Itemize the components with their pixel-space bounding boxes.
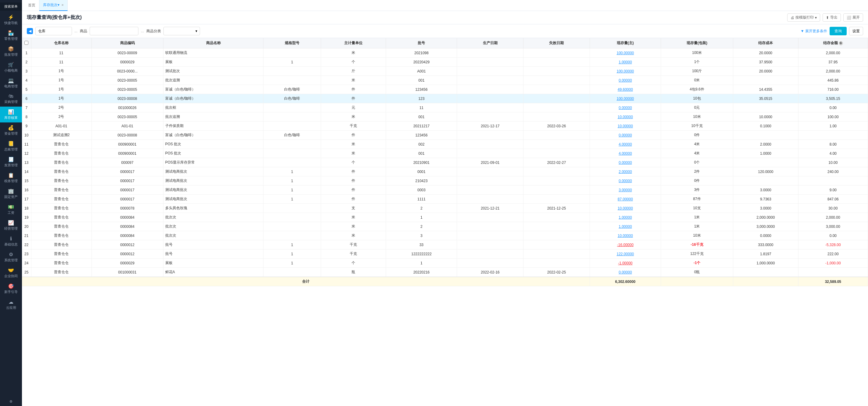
sidebar-item-shortcut[interactable]: ⚡ 快捷导航 (0, 12, 22, 28)
category-filter[interactable]: ▾ (163, 27, 200, 35)
row-qty-main[interactable]: -16.00000 (590, 240, 661, 249)
row-spec (264, 268, 321, 277)
row-qty-main[interactable]: 100.00000 (590, 67, 661, 76)
row-no: 25 (22, 268, 31, 277)
row-no: 6 (22, 94, 31, 103)
row-qty-main[interactable]: 10.00000 (590, 112, 661, 122)
select-all-checkbox[interactable] (24, 41, 28, 45)
row-qty-pkg: 0件 (661, 176, 733, 185)
row-qty-main[interactable]: -1.00000 (590, 259, 661, 268)
filter-more[interactable]: ▼ 展开更多条件 (801, 29, 827, 34)
row-warehouse: 普查仓仓 (31, 240, 91, 249)
ecommerce-icon: 💻 (1, 78, 21, 83)
row-unit: 件 (321, 85, 386, 94)
sidebar-logo[interactable]: 搜索菜单 (0, 2, 22, 11)
sidebar-item-assets[interactable]: 🏢 固定资产 (0, 186, 22, 202)
row-qty-main[interactable]: 4.00000 (590, 140, 661, 149)
sidebar-item-ops[interactable]: 📈 经营管理 (0, 217, 22, 233)
row-warehouse: 1号 (31, 76, 91, 85)
table-row: 21 普查仓仓 0000084 批次次 米 3 10.00000 10米 0.0… (22, 231, 868, 240)
row-cost: 0.0000 (733, 231, 798, 240)
row-qty-main[interactable]: 0.00000 (590, 131, 661, 140)
row-qty-main[interactable]: 49.60000 (590, 85, 661, 94)
warehouse-filter[interactable]: 仓库 (35, 27, 72, 35)
row-exp-date (524, 103, 590, 112)
tab-inventory-batch[interactable]: 库存批次▾ ✕ (39, 0, 68, 11)
tax-icon: 📋 (1, 172, 21, 178)
row-qty-main[interactable]: 0.00000 (590, 176, 661, 185)
row-batch: 2021098 (386, 48, 457, 58)
row-cost (733, 158, 798, 167)
row-cost (733, 76, 798, 85)
row-qty-main[interactable]: 0.00000 (590, 76, 661, 85)
row-qty-main[interactable]: 10.00000 (590, 231, 661, 240)
filter-expand-button[interactable]: ◀ (27, 28, 33, 34)
close-icon[interactable]: ✕ (61, 3, 64, 7)
row-qty-main[interactable]: 100.00000 (590, 48, 661, 58)
sidebar-item-base[interactable]: ℹ 基础信息 (0, 233, 22, 249)
row-qty-main[interactable]: 3.00000 (590, 185, 661, 195)
page-header: 现存量查询(按仓库+批次) 🖨 按模版打印 ▾ ⬆ 导出 ⬜ 展开 (22, 11, 868, 24)
row-prod-date (457, 176, 524, 185)
sidebar-item-ledger[interactable]: 📒 总账管理 (0, 138, 22, 154)
print-button[interactable]: 🖨 按模版打印 ▾ (787, 13, 820, 22)
col-name: 商品名称 (163, 38, 264, 48)
row-warehouse: 普查仓仓 (31, 167, 91, 176)
row-cost: 37.9500 (733, 58, 798, 67)
total-row: 合计 6,302.60000 32,589.05 (22, 277, 868, 286)
row-name: 批号 (163, 240, 264, 249)
sidebar-item-system[interactable]: ⚙ 系统管理 (0, 249, 22, 265)
row-qty-main[interactable]: 1.00000 (590, 213, 661, 222)
row-qty-main[interactable]: 10.00000 (590, 122, 661, 131)
sidebar-item-payroll[interactable]: 💵 工资 (0, 202, 22, 217)
row-spec (264, 140, 321, 149)
info-icon[interactable]: ① (839, 41, 843, 45)
sidebar-settings[interactable]: ⚙ (0, 397, 22, 406)
sidebar-item-retail[interactable]: 🏪 零售管理 (0, 28, 22, 43)
row-qty-main[interactable]: 87.00000 (590, 195, 661, 204)
column-settings-button[interactable]: 设置 (849, 27, 863, 35)
row-unit: 件 (321, 131, 386, 140)
table-row: 24 普查仓仓 0000029 展板 1 个 1 -1.00000 -1个 1,… (22, 259, 868, 268)
row-qty-main[interactable]: 2.00000 (590, 167, 661, 176)
row-code: 0000017 (91, 195, 163, 204)
row-unit: 斤 (321, 67, 386, 76)
row-warehouse: 普查仓仓 (31, 176, 91, 185)
sidebar-item-ecommerce[interactable]: 💻 电商管理 (0, 75, 22, 91)
row-warehouse: 1号 (31, 67, 91, 76)
table-row: 1 11 0023-00009 软联通用物流 米 2021098 100.000… (22, 48, 868, 58)
row-qty-main[interactable]: 10.00000 (590, 204, 661, 213)
row-prod-date (457, 240, 524, 249)
row-qty-main[interactable]: 100.00000 (590, 94, 661, 103)
row-qty-main[interactable]: 4.00000 (590, 149, 661, 158)
total-qty-pkg (661, 277, 733, 286)
filter-ellipsis-2: ... (141, 29, 144, 33)
sidebar-item-purchase[interactable]: 🛍 采购管理 (0, 91, 22, 107)
expand-button[interactable]: ⬜ 展开 (843, 13, 863, 22)
row-qty-main[interactable]: 1.00000 (590, 222, 661, 231)
sidebar-item-guide[interactable]: 🎯 新手引导 (0, 281, 22, 297)
sidebar-item-wholesale[interactable]: 📦 批发管理 (0, 43, 22, 59)
row-qty-main[interactable]: 1.00000 (590, 58, 661, 67)
sidebar-item-finance[interactable]: 💰 资金管理 (0, 123, 22, 138)
sidebar-item-invoice[interactable]: 🧾 发票管理 (0, 154, 22, 170)
sidebar-item-collab[interactable]: 🤝 企业协同 (0, 265, 22, 281)
tab-home[interactable]: 首页 (24, 0, 39, 11)
row-cost: 333.0000 (733, 240, 798, 249)
goods-filter-input[interactable] (90, 27, 138, 35)
row-qty-main[interactable]: 122.00000 (590, 249, 661, 259)
row-unit: 件 (321, 176, 386, 185)
export-button[interactable]: ⬆ 导出 (823, 13, 841, 22)
row-qty-main[interactable]: 0.00000 (590, 158, 661, 167)
sidebar-item-tax[interactable]: 📋 税务管理 (0, 170, 22, 186)
row-prod-date (457, 231, 524, 240)
row-exp-date (524, 222, 590, 231)
sidebar-item-ecommerce-small[interactable]: 🛒 小额电商 (0, 59, 22, 75)
sidebar-item-inventory[interactable]: 📊 库存核算 (0, 107, 22, 123)
table-row: 6 1号 0023-00008 富诚（白色/咖啡） 白色/咖啡 件 123 10… (22, 94, 868, 103)
row-qty-main[interactable]: 0.00000 (590, 103, 661, 112)
row-qty-main[interactable]: 0.00000 (590, 268, 661, 277)
sidebar-item-cloud[interactable]: ☁ 云应用 (0, 297, 22, 312)
search-button[interactable]: 查询 (830, 27, 847, 35)
col-checkbox[interactable] (22, 38, 31, 48)
